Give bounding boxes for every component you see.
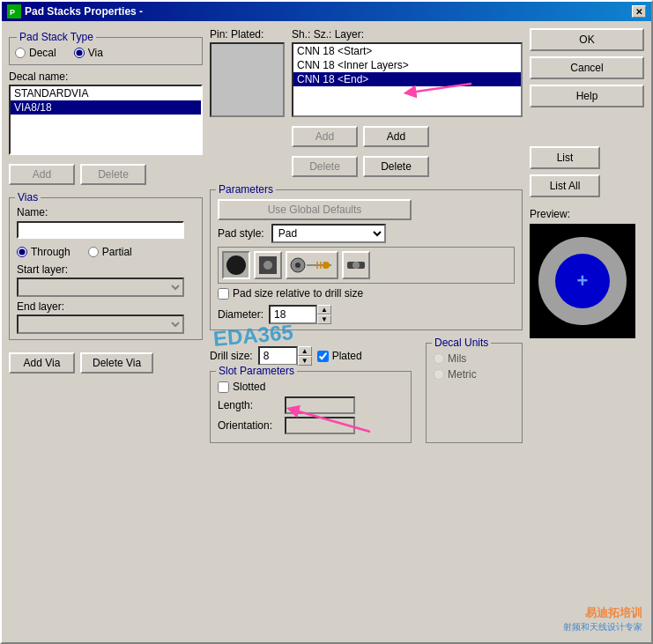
square-pad-button[interactable] [254,251,282,279]
right-add-delete-row: Add Add [210,126,523,147]
diameter-down-button[interactable]: ▼ [317,315,331,324]
end-layer-label: End layer: [17,300,195,313]
left-panel: Pad Stack Type Decal Via Decal name: ST [9,28,203,635]
drill-pad-button[interactable] [286,251,338,279]
decal-radio-item[interactable]: Decal [15,47,56,59]
list-item-standardvia[interactable]: STANDARDVIA [11,86,201,100]
parameters-label: Parameters [216,183,276,196]
main-panel: Pin: Plated: Sh.: Sz.: Layer: CNN 18 <St… [210,28,523,635]
through-radio-item[interactable]: Through [17,246,70,258]
finger-pad-button[interactable] [342,251,370,279]
vias-name-row: Name: [17,206,195,218]
pad-icons-row [218,247,515,284]
slot-params-group: Slot Parameters Slotted Length: Orientat… [210,371,412,443]
vias-group-label: Vias [15,191,41,204]
decal-name-section: Decal name: STANDARDVIA VIA8/18 [9,70,203,155]
via-radio[interactable] [74,48,85,58]
svg-point-5 [295,263,301,268]
use-global-button[interactable]: Use Global Defaults [218,199,412,220]
metric-radio[interactable] [434,369,444,380]
action-buttons: OK Cancel Help [530,28,644,107]
drill-spin-btns: ▲ ▼ [298,346,312,366]
partial-label: Partial [102,246,132,258]
svg-point-12 [352,262,360,269]
layer-item-start[interactable]: CNN 18 <Start> [293,44,521,58]
svg-point-7 [323,262,330,269]
drill-down-button[interactable]: ▼ [298,356,312,366]
start-layer-section: Start layer: [17,263,195,300]
parameters-group: Parameters Use Global Defaults Pad style… [210,189,523,330]
list-button[interactable]: List [530,146,600,169]
cancel-button[interactable]: Cancel [530,56,644,79]
length-label: Length: [218,399,279,411]
layer-list[interactable]: CNN 18 <Start> CNN 18 <Inner Layers> CNN… [292,42,523,117]
circle-pad-button[interactable] [222,251,250,279]
svg-point-3 [263,261,272,270]
pin-plated-section: Pin: Plated: [210,28,285,117]
pad-size-checkbox[interactable] [218,288,229,300]
pad-style-select[interactable]: Pad SMD Thermal Mounting Hole [271,224,386,243]
preview-box: + [530,224,635,338]
close-button[interactable]: ✕ [632,5,646,18]
pad-size-checkbox-label: Pad size relative to drill size [233,287,363,300]
svg-text:P: P [10,8,15,17]
vias-name-input[interactable]: VIA8/18 [17,221,184,239]
right-delete-button[interactable]: Delete [363,156,429,177]
pad-style-label: Pad style: [218,227,264,240]
add-via-button[interactable]: Add Via [9,352,75,374]
list-all-button[interactable]: List All [530,174,600,197]
start-layer-label: Start layer: [17,263,195,276]
orientation-input[interactable] [285,417,355,434]
through-radio[interactable] [17,247,27,257]
app-icon: P [7,4,21,19]
plated-checkbox[interactable] [317,351,329,362]
left-delete-button[interactable]: Delete [80,164,146,185]
metric-radio-item[interactable]: Metric [434,368,515,381]
drill-up-button[interactable]: ▲ [298,346,312,356]
diameter-spinbox: 18 ▲ ▼ [269,305,331,324]
slotted-row: Slotted [218,381,404,393]
pad-type-radio-group: Decal Via [15,47,197,59]
layer-item-inner[interactable]: CNN 18 <Inner Layers> [293,58,521,72]
diameter-input[interactable]: 18 [269,305,317,324]
length-row: Length: [218,396,404,414]
list-buttons: List List All [530,146,644,197]
help-button[interactable]: Help [530,85,644,107]
via-radio-item[interactable]: Via [74,47,103,59]
right-delete-button-left[interactable]: Delete [292,156,358,177]
pin-plated-area [210,42,285,117]
drill-spinbox: 8 ▲ ▼ [258,346,312,366]
mils-radio-item[interactable]: Mils [434,352,515,365]
partial-radio[interactable] [88,247,99,257]
delete-via-button[interactable]: Delete Via [80,352,153,374]
circle-icon [226,255,246,275]
far-right-panel: OK Cancel Help List List All Preview: + [530,28,644,635]
ok-button[interactable]: OK [530,28,644,51]
end-layer-select[interactable] [17,315,184,334]
bottom-left-section: Drill size: 8 ▲ ▼ Plated [210,343,412,443]
slotted-checkbox[interactable] [218,381,229,393]
mils-label: Mils [448,352,466,365]
layer-item-end[interactable]: CNN 18 <End> [293,72,521,86]
pad-stack-type-label: Pad Stack Type [17,31,96,43]
via-radio-label: Via [88,47,103,59]
decal-name-list[interactable]: STANDARDVIA VIA8/18 [9,85,203,155]
decal-units-group: Decal Units Mils Metric [426,343,523,443]
drill-size-input[interactable]: 8 [258,346,298,366]
right-delete-row: Delete Delete [210,156,523,177]
mils-radio[interactable] [434,353,444,364]
list-item-via8-18[interactable]: VIA8/18 [11,100,201,115]
start-layer-select[interactable] [17,278,184,297]
metric-label: Metric [448,368,477,381]
partial-radio-item[interactable]: Partial [88,246,132,258]
right-add-button-left[interactable]: Add [292,126,358,147]
length-input[interactable] [285,396,355,414]
title-bar: P Pad Stacks Properties - ✕ [2,2,651,21]
decal-radio[interactable] [15,48,26,58]
plated-checkbox-row: Plated [317,350,362,362]
diameter-up-button[interactable]: ▲ [317,305,331,315]
diameter-row: Diameter: 18 ▲ ▼ [218,305,515,324]
finger-pad-icon [344,253,368,278]
left-add-button[interactable]: Add [9,164,75,185]
right-add-button[interactable]: Add [363,126,429,147]
